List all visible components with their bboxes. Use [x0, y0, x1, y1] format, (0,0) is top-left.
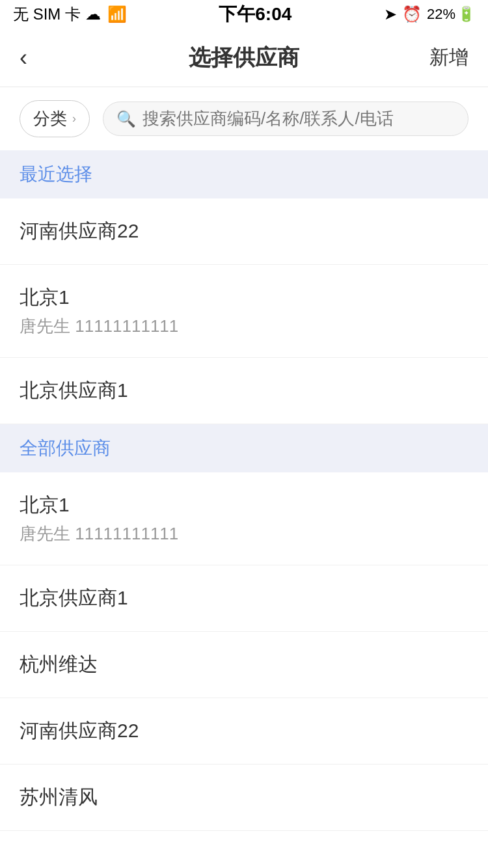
search-box[interactable]: 🔍	[103, 102, 468, 136]
category-filter[interactable]: 分类 ›	[20, 100, 90, 137]
back-button[interactable]: ‹	[20, 44, 59, 72]
battery-indicator: 22% 🔋	[427, 6, 475, 23]
item-name: 北京供应商1	[20, 585, 468, 612]
item-name: 河南供应商22	[20, 218, 468, 245]
item-name: 北京1	[20, 284, 468, 311]
recent-list-item[interactable]: 河南供应商22	[0, 198, 488, 265]
no-sim-label: 无 SIM 卡 ☁	[13, 4, 101, 25]
all-list-item[interactable]: 北京1唐先生 11111111111	[0, 472, 488, 565]
recent-list-item[interactable]: 北京供应商1	[0, 358, 488, 424]
all-list-item[interactable]: 河南供应商22	[0, 698, 488, 765]
recent-list-item[interactable]: 北京1唐先生 11111111111	[0, 265, 488, 358]
location-icon: ➤	[384, 5, 397, 23]
all-list-item[interactable]: 苏州清风	[0, 765, 488, 831]
battery-percentage: 22%	[427, 6, 455, 23]
search-input[interactable]	[142, 109, 455, 129]
item-sub: 唐先生 11111111111	[20, 315, 468, 338]
all-list-item[interactable]: 杭州维达	[0, 632, 488, 698]
alarm-icon: ⏰	[402, 5, 422, 23]
status-left: 无 SIM 卡 ☁ 📶	[13, 4, 127, 25]
recent-items-list: 河南供应商22北京1唐先生 11111111111北京供应商1	[0, 198, 488, 424]
category-label: 分类	[33, 107, 67, 130]
nav-bar: ‹ 选择供应商 新增	[0, 29, 488, 87]
wifi-icon: 📶	[107, 5, 127, 23]
recent-section-header: 最近选择	[0, 150, 488, 198]
status-right: ➤ ⏰ 22% 🔋	[384, 5, 475, 23]
item-name: 北京供应商1	[20, 377, 468, 404]
chevron-right-icon: ›	[72, 112, 76, 126]
battery-icon: 🔋	[457, 6, 475, 23]
all-section-header: 全部供应商	[0, 424, 488, 472]
status-bar: 无 SIM 卡 ☁ 📶 下午6:04 ➤ ⏰ 22% 🔋	[0, 0, 488, 29]
status-time: 下午6:04	[219, 2, 291, 27]
all-list-item[interactable]: 北京供应商1	[0, 565, 488, 632]
item-name: 杭州维达	[20, 651, 468, 678]
all-items-list: 北京1唐先生 11111111111北京供应商1杭州维达河南供应商22苏州清风	[0, 472, 488, 831]
new-button[interactable]: 新增	[429, 44, 468, 71]
item-name: 苏州清风	[20, 784, 468, 811]
filter-bar: 分类 › 🔍	[0, 87, 488, 150]
search-icon: 🔍	[116, 110, 136, 128]
item-name: 河南供应商22	[20, 718, 468, 744]
page-title: 选择供应商	[189, 43, 299, 73]
item-sub: 唐先生 11111111111	[20, 522, 468, 545]
item-name: 北京1	[20, 492, 468, 519]
